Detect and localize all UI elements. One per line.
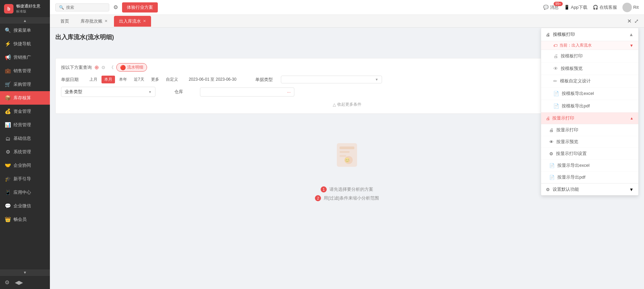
date-tabs: 上月 本月 本年 近7天 更多 自定义 bbox=[87, 76, 181, 83]
download-icon: 📱 bbox=[564, 5, 569, 10]
sidebar-scroll-up[interactable]: ▲ bbox=[0, 18, 50, 24]
date-tab-this-year[interactable]: 本年 bbox=[116, 76, 130, 83]
dropdown-item-template-customize[interactable]: ✏ 模板自定义设计 bbox=[541, 75, 638, 87]
dropdown-item-display-print[interactable]: 🖨 按显示打印 bbox=[541, 124, 638, 136]
sidebar-item-enterprise[interactable]: 🤝 企业协同 bbox=[0, 159, 50, 172]
sidebar-item-inventory[interactable]: 📦 库存核算 bbox=[0, 91, 50, 105]
dropdown-item-template-preview[interactable]: 👁 按模板预览 bbox=[541, 62, 638, 75]
printer-icon: 🖨 bbox=[546, 32, 550, 37]
cart-icon: 🛒 bbox=[5, 81, 11, 87]
tab-batch-close[interactable]: ✕ bbox=[105, 19, 108, 23]
dropdown-item-template-print[interactable]: 🖨 按模板打印 bbox=[541, 50, 638, 62]
message-button[interactable]: 💬 消息 99+ bbox=[543, 4, 559, 10]
tab-home[interactable]: 首页 bbox=[55, 16, 74, 27]
sidebar-item-marketing[interactable]: 📢 营销推广 bbox=[0, 51, 50, 64]
dropdown-bottom[interactable]: ⚙ 设置默认功能 ▼ bbox=[541, 183, 638, 195]
pdf-icon: 📄 bbox=[553, 103, 559, 109]
dropdown-template-print-header[interactable]: 🖨 按模板打印 ▲ bbox=[541, 28, 638, 41]
page-content: 出入库流水(流水明细) 🖨 按模板打印 ▲ ··· ⬆ 导出 ↻ 刷新 按以下方… bbox=[50, 28, 644, 289]
dropdown-item-display-print-settings[interactable]: ⚙ 按显示打印设置 bbox=[541, 148, 638, 160]
date-tab-custom[interactable]: 自定义 bbox=[163, 76, 181, 83]
filter-add-button[interactable]: ⊕ bbox=[94, 64, 99, 71]
chevron-down-icon: ▼ bbox=[375, 78, 378, 81]
app-download-button[interactable]: 📱 App下载 bbox=[564, 4, 587, 10]
filter-setting-button[interactable]: ⊙ bbox=[101, 65, 105, 70]
date-tab-7days[interactable]: 近7天 bbox=[131, 76, 147, 83]
search-icon: 🔍 bbox=[59, 5, 64, 10]
user-avatar bbox=[622, 3, 632, 12]
excel-icon: 📄 bbox=[553, 91, 559, 96]
tab-flow-close[interactable]: ✕ bbox=[143, 19, 146, 23]
search-icon: 🔍 bbox=[5, 27, 11, 33]
search-input[interactable] bbox=[66, 5, 106, 10]
grad-icon: 🎓 bbox=[5, 176, 11, 182]
chevron-down-icon: ▼ bbox=[629, 187, 634, 192]
date-tab-more[interactable]: 更多 bbox=[148, 76, 162, 83]
sidebar-menu: 🔍 搜索菜单 ⚡ 快捷导航 📢 营销推广 💼 销售管理 🛒 采购管理 📦 库存核… bbox=[0, 24, 50, 269]
dropdown-item-display-export-excel[interactable]: 📄 按显示导出excel bbox=[541, 160, 638, 172]
dropdown-display-print-header[interactable]: 🖨 按显示打印 ▲ bbox=[541, 112, 638, 124]
online-service-button[interactable]: 🎧 在线客服 bbox=[593, 4, 617, 10]
empty-hint-2: 2 用[过滤]条件来缩小分析范围 bbox=[315, 195, 379, 201]
trial-button[interactable]: 体验行业方案 bbox=[122, 2, 158, 12]
empty-hint-1: 1 请先选择要分析的方案 bbox=[321, 186, 373, 192]
user-profile[interactable]: Rit bbox=[622, 3, 639, 12]
svg-rect-2 bbox=[340, 151, 350, 153]
doctype-select[interactable]: ▼ bbox=[281, 76, 382, 83]
sidebar-item-operations[interactable]: 📊 经营管理 bbox=[0, 118, 50, 132]
sidebar-item-guide[interactable]: 🎓 新手引导 bbox=[0, 172, 50, 186]
sidebar-item-vip[interactable]: 👑 畅会员 bbox=[0, 213, 50, 226]
dropdown-item-display-export-pdf[interactable]: 📄 按显示导出pdf bbox=[541, 172, 638, 183]
header-search-box[interactable]: 🔍 bbox=[55, 3, 109, 11]
sidebar-item-appcenter[interactable]: 📱 应用中心 bbox=[0, 186, 50, 199]
biztype-select[interactable]: 业务类型 ▼ bbox=[61, 87, 155, 97]
sidebar-toggle-icon[interactable]: ◀▶ bbox=[15, 279, 23, 286]
collapse-button[interactable]: △ 收起更多条件 bbox=[329, 100, 365, 109]
settings-icon[interactable]: ⚙ bbox=[5, 279, 9, 286]
date-range-input[interactable]: 2023-06-01 至 2023-06-30 bbox=[189, 77, 236, 82]
dropdown-item-display-preview[interactable]: 👁 按显示预览 bbox=[541, 136, 638, 148]
printer-icon: 🖨 bbox=[549, 128, 554, 133]
tab-batch[interactable]: 库存批次账 ✕ bbox=[76, 16, 113, 27]
message-icon: 💬 bbox=[543, 5, 549, 10]
phone-icon: 📱 bbox=[5, 189, 11, 195]
sidebar-item-basic[interactable]: 🗂 基础信息 bbox=[0, 132, 50, 145]
dropdown-current: 🏷 当前：出入库流水 ▼ bbox=[541, 41, 638, 50]
sidebar-scroll-down[interactable]: ▼ bbox=[0, 269, 50, 275]
sidebar-item-sales[interactable]: 💼 销售管理 bbox=[0, 64, 50, 78]
tab-expand-icon[interactable]: ⤢ bbox=[634, 18, 639, 24]
header-settings-icon[interactable]: ⚙ bbox=[113, 4, 118, 10]
filter-collapse-icon[interactable]: 《 bbox=[109, 64, 114, 71]
sidebar-item-purchase[interactable]: 🛒 采购管理 bbox=[0, 78, 50, 91]
warehouse-more-icon[interactable]: ··· bbox=[287, 89, 291, 95]
date-label: 单据日期 bbox=[61, 77, 81, 83]
edit-icon: ✏ bbox=[553, 78, 557, 84]
dropdown-item-template-export-excel[interactable]: 📄 按模板导出excel bbox=[541, 87, 638, 100]
chat-icon: 💬 bbox=[5, 203, 11, 209]
sidebar-item-quicknav[interactable]: ⚡ 快捷导航 bbox=[0, 37, 50, 51]
tab-flow[interactable]: 出入库流水 ✕ bbox=[114, 16, 151, 27]
sidebar-item-search[interactable]: 🔍 搜索菜单 bbox=[0, 24, 50, 37]
svg-rect-3 bbox=[340, 155, 346, 157]
date-tab-last-month[interactable]: 上月 bbox=[87, 76, 100, 83]
headset-icon: 🎧 bbox=[593, 5, 598, 10]
warehouse-select[interactable]: ··· bbox=[200, 87, 294, 97]
printer-icon: 🖨 bbox=[546, 116, 550, 121]
sidebar-item-finance[interactable]: 💰 资金管理 bbox=[0, 105, 50, 118]
filter-tag[interactable]: 🔴 流水明细 bbox=[116, 63, 147, 72]
tabs-bar: 首页 库存批次账 ✕ 出入库流水 ✕ ✕ ⤢ bbox=[50, 15, 644, 28]
app-logo-icon: b bbox=[4, 4, 13, 14]
handshake-icon: 🤝 bbox=[5, 162, 11, 168]
settings-icon: ⚙ bbox=[549, 151, 553, 156]
tag-icon: 🏷 bbox=[553, 43, 557, 48]
tab-close-all-icon[interactable]: ✕ bbox=[627, 18, 632, 24]
date-tab-this-month[interactable]: 本月 bbox=[101, 76, 115, 83]
sidebar-item-system[interactable]: ⚙ 系统管理 bbox=[0, 145, 50, 159]
main-area: 🔍 ⚙ 体验行业方案 💬 消息 99+ 📱 App下载 🎧 在线客服 Rit bbox=[50, 0, 644, 289]
empty-illustration: 😊 bbox=[330, 138, 364, 178]
sidebar-item-wxwork[interactable]: 💬 企业微信 bbox=[0, 199, 50, 213]
megaphone-icon: 📢 bbox=[5, 54, 11, 60]
dropdown-item-template-export-pdf[interactable]: 📄 按模板导出pdf bbox=[541, 100, 638, 112]
sidebar: b 畅捷通好生意 标准版 ▲ 🔍 搜索菜单 ⚡ 快捷导航 📢 营销推广 💼 销售… bbox=[0, 0, 50, 289]
gear-icon: ⚙ bbox=[5, 149, 11, 155]
